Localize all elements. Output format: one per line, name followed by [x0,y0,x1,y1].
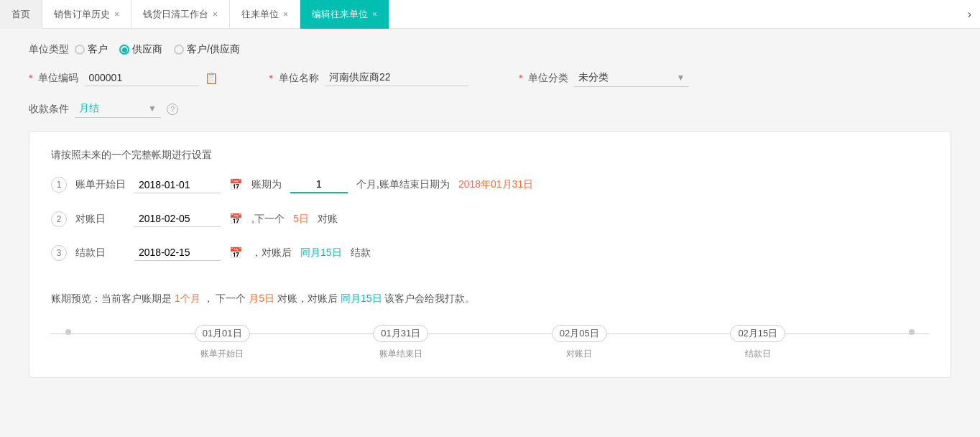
timeline-node-1-label: 账单开始日 [200,348,244,360]
tab-edit-partner-close[interactable]: × [372,9,377,19]
unit-type-field: 单位类型 客户 供应商 客户/供应商 [29,43,240,56]
radio-supplier-circle [119,45,129,55]
step-1-row: 1 账单开始日 📅 账期为 个月,账单结束日期为 2018年01月31日 [51,176,929,193]
tab-expand-button[interactable]: › [959,0,980,29]
payment-help-icon[interactable]: ? [167,104,178,115]
tab-cash-work[interactable]: 钱货日清工作台 × [131,0,230,29]
preview-section: 账期预览：当前客户账期是 1个月 ， 下一个 月5日 对账，对账后 同月15日 … [51,278,929,360]
step-1-period-input[interactable] [290,176,348,193]
tab-sales-history-close[interactable]: × [114,9,119,19]
preview-part2-suffix: 对账，对账后 [277,293,338,304]
timeline-node-4-label: 结款日 [745,348,771,360]
unit-name-input[interactable] [325,70,468,86]
category-chevron-down-icon: ▼ [676,73,685,83]
radio-both-label: 客户/供应商 [187,43,240,56]
timeline-node-2-label: 账单结束日 [379,348,422,360]
timeline-right-dot [909,329,915,335]
preview-part3: 同月15日 [341,293,382,304]
step-2-desc-highlight: 5日 [293,213,309,226]
radio-customer-label: 客户 [88,43,108,56]
step-2-desc-suffix: 对账 [318,213,338,226]
payment-field: 收款条件 月结 ▼ ? [29,100,178,118]
timeline: 01月01日 账单开始日 01月31日 账单结束日 02月05日 对账日 [51,325,929,360]
preview-part1: 1个月 [175,293,200,304]
step-2-label: 对账日 [75,213,126,226]
card-title: 请按照未来的一个完整帐期进行设置 [51,149,929,162]
unit-category-field: 单位分类 未分类 ▼ [519,69,689,87]
preview-part2: 月5日 [249,293,274,304]
radio-both[interactable]: 客户/供应商 [174,43,240,56]
radio-customer[interactable]: 客户 [75,43,108,56]
step-1-period-highlight: 2018年01月31日 [458,178,533,191]
payment-row: 收款条件 月结 ▼ ? [29,100,951,118]
unit-category-value: 未分类 [578,71,609,84]
tab-sales-history[interactable]: 销售订单历史 × [42,0,131,29]
unit-name-field: 单位名称 [269,70,468,86]
payment-select[interactable]: 月结 ▼ [75,100,161,118]
radio-supplier[interactable]: 供应商 [119,43,162,56]
radio-both-circle [174,45,184,55]
timeline-nodes: 01月01日 账单开始日 01月31日 账单结束日 02月05日 对账日 [65,325,915,360]
timeline-node-4-badge: 02月15日 [730,325,785,342]
step-2-date-input[interactable] [134,211,221,227]
step-3-date-input[interactable] [134,244,221,261]
timeline-node-2: 01月31日 账单结束日 [373,325,428,360]
step-1-period-label: 账期为 [251,178,282,191]
preview-label: 账期预览：当前客户账期是 [51,293,172,304]
tab-cash-work-close[interactable]: × [213,9,218,19]
timeline-node-1-badge: 01月01日 [195,325,250,342]
unit-info-row: 单位编码 📋 单位名称 单位分类 未分类 ▼ [29,69,951,87]
radio-supplier-label: 供应商 [132,43,162,56]
unit-code-copy-icon[interactable]: 📋 [205,72,218,85]
unit-category-select[interactable]: 未分类 ▼ [574,69,689,87]
preview-part3-suffix: 该客户会给我打款。 [384,293,475,304]
step-3-number: 3 [51,245,67,261]
step-2-number: 2 [51,211,67,227]
step-3-label: 结款日 [75,247,126,259]
timeline-node-2-badge: 01月31日 [373,325,428,342]
settings-card: 请按照未来的一个完整帐期进行设置 1 账单开始日 📅 账期为 个月,账单结束日期… [29,131,951,378]
tab-partner-units[interactable]: 往来单位 × [230,0,300,29]
step-2-desc-prefix: ,下一个 [251,213,285,226]
step-1-label: 账单开始日 [75,178,126,191]
timeline-node-1: 01月01日 账单开始日 [195,325,250,360]
timeline-node-3-label: 对账日 [566,348,592,360]
step-3-desc-prefix: ，对账后 [251,247,292,259]
timeline-left-dot [65,329,71,335]
step-2-row: 2 对账日 📅 ,下一个 5日 对账 [51,211,929,227]
timeline-node-4: 02月15日 结款日 [730,325,785,360]
preview-text: 账期预览：当前客户账期是 1个月 ， 下一个 月5日 对账，对账后 同月15日 … [51,290,929,308]
payment-label: 收款条件 [29,103,69,116]
unit-type-row: 单位类型 客户 供应商 客户/供应商 [29,43,951,56]
timeline-node-3: 02月05日 对账日 [552,325,607,360]
unit-category-label: 单位分类 [528,72,568,85]
tab-edit-partner[interactable]: 编辑往来单位 × [300,0,389,29]
step-3-calendar-icon[interactable]: 📅 [229,247,243,259]
timeline-left-cap [65,329,71,335]
unit-type-label: 单位类型 [29,43,69,56]
unit-code-input[interactable] [84,70,199,86]
radio-customer-circle [75,45,85,55]
main-content: 单位类型 客户 供应商 客户/供应商 单位编码 📋 [0,29,980,431]
unit-code-field: 单位编码 📋 [29,70,218,86]
unit-name-label: 单位名称 [279,72,319,85]
preview-part1-suffix: ， [203,293,213,304]
timeline-node-3-badge: 02月05日 [552,325,607,342]
unit-type-radio-group: 客户 供应商 客户/供应商 [75,43,240,56]
tab-home[interactable]: 首页 [0,0,42,29]
step-3-desc-suffix: 结款 [351,247,371,259]
step-2-calendar-icon[interactable]: 📅 [229,213,243,226]
timeline-right-cap [909,329,915,335]
step-3-desc-highlight: 同月15日 [300,247,342,259]
unit-code-label: 单位编码 [38,72,78,85]
tab-partner-units-close[interactable]: × [283,9,288,19]
step-1-calendar-icon[interactable]: 📅 [229,178,243,191]
tab-bar: 首页 销售订单历史 × 钱货日清工作台 × 往来单位 × 编辑往来单位 × › [0,0,980,29]
payment-chevron-down-icon: ▼ [148,104,157,114]
step-1-date-input[interactable] [134,177,221,193]
step-1-period-unit: 个月,账单结束日期为 [356,178,450,191]
step-1-number: 1 [51,177,67,193]
step-3-row: 3 结款日 📅 ，对账后 同月15日 结款 [51,244,929,261]
preview-part2-prefix: 下一个 [216,293,246,304]
payment-value: 月结 [79,102,99,115]
